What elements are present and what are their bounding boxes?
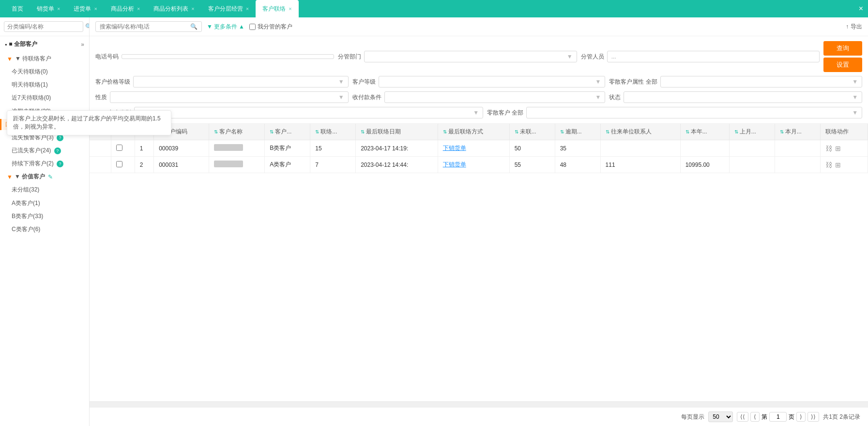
close-analysis-list-tab[interactable]: × (191, 6, 194, 12)
col-this-month[interactable]: 本月... (775, 124, 820, 140)
page-label: 页 (789, 413, 794, 421)
col-overdue[interactable]: 逾期... (555, 124, 600, 140)
col-last-month[interactable]: 上月... (729, 124, 775, 140)
sidebar-item-ungrouped[interactable]: 未分组(32) (0, 183, 89, 196)
nav-tab-sales[interactable]: 销货单 × (30, 0, 67, 17)
row2-check[interactable] (116, 161, 122, 167)
row1-link-icon[interactable]: ⛓ (825, 145, 832, 152)
sidebar-item-churned[interactable]: 已流失客户(24) ? (0, 144, 89, 157)
horizontal-scroll[interactable] (90, 401, 868, 407)
nav-tab-analysis[interactable]: 商品分析 × (104, 0, 147, 17)
sidebar-item-declining[interactable]: 持续下滑客户(2) ? (0, 157, 89, 170)
close-purchase-tab[interactable]: × (94, 6, 97, 12)
setting-button[interactable]: 设置 (823, 58, 862, 72)
sidebar-search-input[interactable] (4, 21, 83, 32)
sidebar-item-today[interactable]: 今天待联络(0) (0, 65, 89, 78)
prev-page-btn[interactable]: ⟨ (750, 412, 760, 422)
row2-contact: 7 (310, 157, 356, 173)
sidebar-item-class-a[interactable]: A类客户(1) (0, 197, 89, 210)
nav-tab-purchase[interactable]: 进货单 × (67, 0, 104, 17)
search-input[interactable] (100, 23, 190, 30)
col-this-year[interactable]: 本年... (680, 124, 729, 140)
sidebar-item-class-b[interactable]: B类客户(33) (0, 210, 89, 223)
row2-link-icon[interactable]: ⛓ (825, 161, 832, 169)
edit-value-icon[interactable]: ✎ (48, 174, 53, 180)
pending-contact-group[interactable]: ▼ ▼ 待联络客户 (0, 52, 89, 65)
last-page-btn[interactable]: ⟩⟩ (807, 412, 819, 422)
row1-last-contact-method[interactable]: 下销货单 (438, 140, 509, 157)
close-customer-contact-tab[interactable]: × (289, 6, 291, 12)
col-last-contact-method[interactable]: 最后联络方式 (438, 124, 509, 140)
status-select[interactable]: ▼ (624, 91, 862, 103)
row2-method-link[interactable]: 下销货单 (443, 161, 466, 168)
close-all-tabs[interactable]: × (859, 4, 863, 13)
row1-check[interactable] (116, 145, 122, 151)
next-page-btn[interactable]: ⟩ (796, 412, 806, 422)
row2-grid-icon[interactable]: ⊞ (835, 161, 841, 169)
manager-field[interactable]: ... (607, 51, 820, 62)
phone-field[interactable] (122, 54, 334, 59)
row1-name-blurred (214, 144, 243, 151)
status-label: 状态 (609, 93, 621, 102)
caret-icon: ▲ (239, 23, 244, 30)
search-icon[interactable]: 🔍 (190, 23, 198, 30)
payment-caret: ▼ (595, 94, 601, 101)
row2-checkbox (111, 157, 135, 173)
nav-tab-customer-tier[interactable]: 客户分层经营 × (201, 0, 256, 17)
customer-type-select[interactable]: ▼ (134, 107, 483, 118)
all-customers-header[interactable]: ▪ ■ 全部客户 » (0, 36, 89, 52)
close-sales-tab[interactable]: × (57, 6, 60, 12)
sidebar-item-7days[interactable]: 近7天待联络(0) (0, 91, 89, 104)
sidebar-collapse-btn[interactable]: » (81, 41, 84, 48)
per-page-label: 每页显示 (681, 413, 704, 421)
close-customer-tier-tab[interactable]: × (246, 6, 249, 12)
col-category[interactable]: 客户... (265, 124, 310, 140)
col-name[interactable]: 客户名称 (209, 124, 264, 140)
sidebar-item-tomorrow[interactable]: 明天待联络(1) (0, 78, 89, 91)
row1-name (209, 140, 264, 157)
scattered-attr-label: 零散客户属性 全部 (609, 78, 657, 86)
price-level-select[interactable]: ▼ (133, 76, 349, 88)
page-text: 第 (761, 413, 767, 421)
row1-method-link[interactable]: 下销货单 (443, 145, 466, 151)
col-unit-contact[interactable]: 往来单位联系人 (600, 124, 680, 140)
row1-contact: 15 (310, 140, 356, 157)
my-customers-check[interactable] (249, 24, 256, 30)
current-page-input[interactable] (769, 412, 787, 422)
sidebar-search-icon[interactable]: 🔍 (85, 23, 90, 30)
row1-uncontacted: 50 (509, 140, 555, 157)
more-conditions-btn[interactable]: ▼ 更多条件 ▲ (207, 23, 244, 31)
payment-select[interactable]: ▼ (384, 91, 606, 103)
table-wrapper: ⚙ 客户编码 客户名称 客户... 联络... 最后联络日期 最后联络方式 未联… (90, 124, 868, 401)
query-button[interactable]: 查询 (823, 41, 862, 56)
customer-level-select[interactable]: ▼ (379, 76, 606, 88)
row2-last-contact-method[interactable]: 下销货单 (438, 157, 509, 173)
nav-tab-analysis-list[interactable]: 商品分析列表 × (147, 0, 201, 17)
col-contact[interactable]: 联络... (310, 124, 356, 140)
first-page-btn[interactable]: ⟨⟨ (737, 412, 748, 422)
row1-this-year (680, 140, 729, 157)
export-btn[interactable]: ↑ 导出 (846, 23, 862, 31)
row1-checkbox (111, 140, 135, 157)
close-analysis-tab[interactable]: × (137, 6, 140, 12)
nav-tab-home[interactable]: 首页 (5, 0, 30, 17)
page-nav: ⟨⟨ ⟨ 第 页 ⟩ ⟩⟩ (737, 412, 819, 422)
dept-select[interactable]: ▼ (364, 51, 577, 62)
row2-name-blurred (214, 161, 243, 167)
my-customers-checkbox[interactable]: 我分管的客户 (249, 23, 292, 31)
sidebar-search-area: 🔍 (0, 17, 89, 36)
scattered-customer-select[interactable]: ▼ (526, 107, 862, 118)
sidebar-item-class-c[interactable]: C类客户(6) (0, 223, 89, 236)
scattered-attr-select[interactable]: ▼ (660, 76, 862, 88)
row1-settings (90, 140, 111, 157)
nature-select[interactable]: ▼ (110, 91, 349, 103)
value-customer-group[interactable]: ▼ ▼ 价值客户 ✎ (0, 170, 89, 183)
row2-this-month (775, 157, 820, 173)
per-page-select[interactable]: 50 20 100 (708, 411, 733, 422)
col-last-contact-date[interactable]: 最后联络日期 (356, 124, 438, 140)
nav-tab-customer-contact[interactable]: 客户联络 × (256, 0, 298, 17)
nature-label: 性质 (95, 93, 107, 102)
table-row: 2 000031 A类客户 7 2023-04-12 14:44: 下销货单 5… (90, 157, 868, 173)
col-uncontacted[interactable]: 未联... (509, 124, 555, 140)
row1-grid-icon[interactable]: ⊞ (835, 145, 841, 152)
